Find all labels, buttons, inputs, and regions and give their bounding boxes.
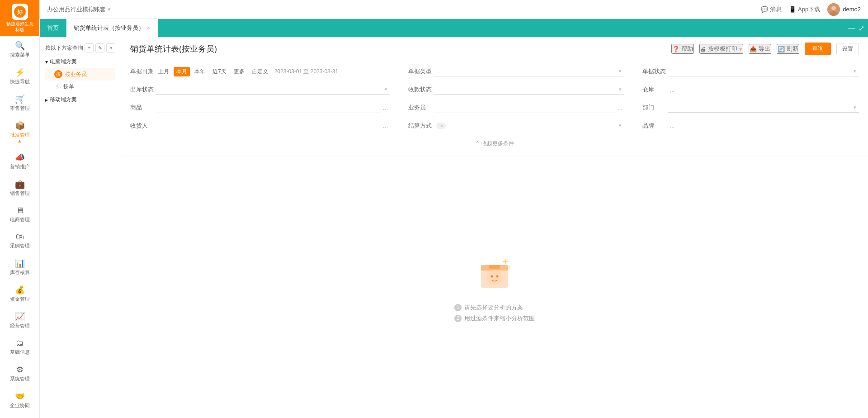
tree-mobile-label: 移动端方案	[50, 96, 77, 104]
status-select[interactable]: ▾	[668, 66, 859, 76]
logo-area: 好 畅捷通好生意 标版	[0, 0, 39, 36]
date-tab-this-year[interactable]: 本年	[192, 67, 208, 76]
settings-btn[interactable]: 设置	[836, 43, 859, 55]
goods-input[interactable]	[156, 102, 381, 113]
payment-arrow: ▾	[619, 123, 622, 128]
sidebar-item-purchase[interactable]: 🛍 采购管理	[0, 228, 39, 254]
empty-tip-2: 2 用过滤条件来缩小分析范围	[454, 314, 535, 323]
tip1-text: 请先选择要分析的方案	[464, 304, 523, 312]
date-label: 单据日期	[130, 67, 156, 76]
main-area: 办公用品行业模拟账套 ▾ 💬 消息 📱 App下载 demo2 首页	[40, 0, 868, 418]
empty-state: 1 请先选择要分析的方案 2 用过滤条件来缩小分析范围	[121, 156, 868, 418]
collapse-bar[interactable]: ⌃ 收起更多条件	[130, 137, 859, 150]
sidebar-item-search[interactable]: 🔍 搜索菜单	[0, 36, 39, 63]
tree-item-salesperson[interactable]: 按 按业务员	[45, 68, 115, 81]
business-icon: 📈	[15, 312, 25, 322]
date-tab-7days[interactable]: 近7天	[210, 67, 229, 76]
query-btn[interactable]: 查询	[805, 43, 831, 55]
tree-sub-icon: 排	[56, 83, 61, 90]
sidebar-item-basic[interactable]: 🗂 基础信息	[0, 334, 39, 360]
goods-dots[interactable]: ...	[381, 103, 390, 112]
tab-maximize-btn[interactable]: ⤢	[859, 24, 864, 33]
date-tab-custom[interactable]: 自定义	[249, 67, 271, 76]
brand-dots[interactable]: ...	[668, 121, 677, 130]
avatar	[827, 3, 840, 16]
refresh-btn[interactable]: 🔄 刷新	[777, 44, 799, 54]
download-btn[interactable]: 📱 App下载	[789, 5, 820, 14]
tree-pc-label: 电脑端方案	[50, 58, 77, 66]
sidebar-item-marketing[interactable]: 📣 营销推广	[0, 148, 39, 175]
tree-sub-item-order[interactable]: 排 按单	[43, 81, 117, 92]
sidebar-item-wholesale[interactable]: 📦 批发管理 ▲	[0, 116, 39, 148]
filter-row-1: 单据日期 上月 本月 本年 近7天 更多 自定义 2023-03-01 至 20…	[130, 65, 859, 78]
help-btn[interactable]: ❓ 帮助	[671, 44, 694, 54]
tree-item-salesperson-icon: 按	[54, 70, 62, 78]
dept-select[interactable]: ▾	[668, 103, 859, 113]
pay-select[interactable]: ▾	[434, 85, 625, 95]
ship-select[interactable]: ▾	[156, 85, 390, 95]
sidebar-item-stock[interactable]: 📊 库存核算	[0, 254, 39, 280]
collapse-label: 收起更多条件	[481, 140, 514, 147]
salesman-label: 业务员	[408, 104, 434, 112]
tree-mobile-group-header[interactable]: ▸ 移动端方案	[43, 94, 117, 105]
search-icon: 🔍	[15, 41, 25, 51]
tab-home[interactable]: 首页	[40, 19, 66, 37]
logo-icon: 好	[12, 4, 28, 20]
tree-pc-arrow: ▾	[45, 59, 48, 65]
sep5	[390, 101, 408, 114]
tab-sales-report-label: 销货单统计表（按业务员）	[74, 24, 144, 32]
page-actions: ❓ 帮助 🖨 按模板打印 ▾ 📤 导出 🔄 刷新	[671, 43, 859, 55]
sidebar-item-system[interactable]: ⚙ 系统管理	[0, 360, 39, 387]
sidebar-item-quick[interactable]: ⚡ 快捷导航	[0, 63, 39, 90]
collapse-panel-btn[interactable]: «	[106, 43, 115, 52]
svg-point-3	[831, 6, 836, 10]
sep2	[624, 65, 642, 78]
salesman-dots[interactable]: ...	[616, 103, 625, 112]
content-area: 按以下方案查询 + ✎ « ▾ 电脑端方案 按 按业务员	[40, 37, 868, 418]
payment-tag-close[interactable]: ×	[440, 123, 443, 128]
filter-row-4: 收货人 ... 结算方式 × ▾	[130, 119, 859, 133]
consignee-input[interactable]	[156, 120, 381, 131]
payment-select[interactable]: × ▾	[434, 121, 625, 131]
date-tab-this-month[interactable]: 本月	[174, 67, 190, 76]
logo-text: 畅捷通好生意 标版	[6, 21, 33, 33]
status-arrow: ▾	[854, 68, 856, 74]
sidebar-item-corp[interactable]: 🤝 企业协同	[0, 387, 39, 413]
ecommerce-icon: 🖥	[16, 206, 24, 215]
date-tab-more[interactable]: 更多	[231, 67, 247, 76]
tab-minimize-btn[interactable]: —	[848, 24, 855, 32]
user-name: demo2	[843, 6, 861, 13]
topbar-dropdown-icon[interactable]: ▾	[108, 6, 111, 13]
system-icon: ⚙	[16, 365, 24, 375]
messages-btn[interactable]: 💬 消息	[761, 5, 782, 14]
print-btn[interactable]: 🖨 按模板打印 ▾	[699, 44, 743, 54]
empty-illustration	[472, 249, 517, 294]
edit-scheme-btn[interactable]: ✎	[95, 43, 104, 52]
svg-point-10	[496, 275, 499, 277]
tab-close-btn[interactable]: ×	[147, 25, 150, 31]
sidebar-item-ecommerce[interactable]: 🖥 电商管理	[0, 201, 39, 228]
finance-icon: 💰	[15, 285, 25, 295]
page-header: 销货单统计表(按业务员) ❓ 帮助 🖨 按模板打印 ▾ 📤 导出	[121, 37, 868, 59]
svg-point-8	[486, 270, 503, 285]
sidebar-item-sales[interactable]: 💼 销售管理	[0, 175, 39, 201]
tab-sales-report[interactable]: 销货单统计表（按业务员） ×	[66, 19, 158, 37]
right-panel: 销货单统计表(按业务员) ❓ 帮助 🖨 按模板打印 ▾ 📤 导出	[121, 37, 868, 418]
type-select[interactable]: ▾	[434, 66, 625, 76]
sidebar-item-retail[interactable]: 🛒 零售管理	[0, 90, 39, 116]
sidebar-item-finance[interactable]: 💰 资金管理	[0, 280, 39, 307]
user-area[interactable]: demo2	[827, 3, 861, 16]
filter-consignee: 收货人 ...	[130, 120, 390, 131]
filter-goods: 商品 ...	[130, 102, 390, 113]
sidebar-item-newbie[interactable]: 🎓 新手引导	[0, 413, 39, 418]
tree-pc-group-header[interactable]: ▾ 电脑端方案	[43, 56, 117, 67]
filter-brand: 品牌 ...	[642, 121, 859, 130]
left-panel-header-btns: + ✎ «	[85, 43, 115, 52]
date-tab-last-month[interactable]: 上月	[156, 67, 172, 76]
consignee-dots[interactable]: ...	[381, 121, 390, 130]
add-scheme-btn[interactable]: +	[85, 43, 94, 52]
warehouse-dots[interactable]: ...	[668, 85, 677, 94]
export-btn[interactable]: 📤 导出	[749, 44, 771, 54]
salesman-input[interactable]	[434, 102, 616, 113]
sidebar-item-business[interactable]: 📈 经营管理	[0, 307, 39, 334]
